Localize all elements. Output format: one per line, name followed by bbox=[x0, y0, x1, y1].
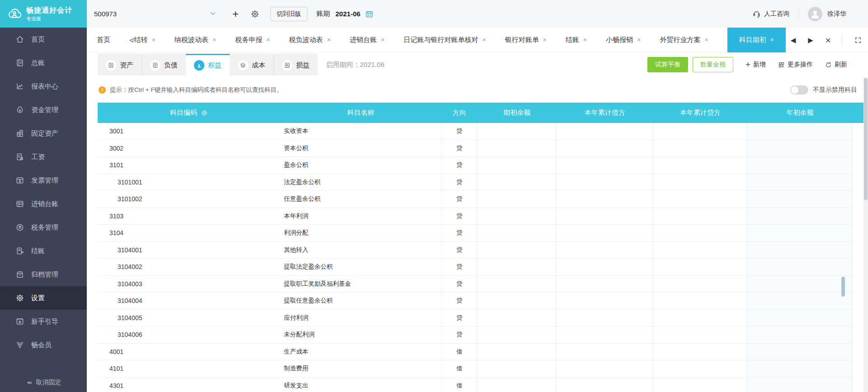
account-row-3001[interactable]: 3001实收资本贷 bbox=[98, 123, 853, 140]
cell-year-start-balance[interactable] bbox=[747, 310, 853, 326]
sidebar-item-设置[interactable]: 设置 bbox=[0, 286, 87, 310]
column-header-科目编码[interactable]: 科目编码 bbox=[98, 109, 280, 117]
cell-opening-balance[interactable] bbox=[477, 326, 557, 343]
cell-opening-balance[interactable] bbox=[477, 378, 557, 392]
cell-opening-balance[interactable] bbox=[477, 123, 557, 140]
cell-year-start-balance[interactable] bbox=[747, 174, 853, 191]
cell-year-start-balance[interactable] bbox=[747, 242, 853, 259]
cell-year-start-balance[interactable] bbox=[747, 326, 853, 343]
account-row-3104004[interactable]: 3104004提取任意盈余公积贷 bbox=[98, 293, 853, 310]
sidebar-item-新手引导[interactable]: 新手引导 bbox=[0, 310, 87, 333]
tab-税务申报[interactable]: 税务申报× bbox=[235, 36, 270, 44]
cell-ytd-credit[interactable] bbox=[653, 293, 747, 309]
cell-year-start-balance[interactable] bbox=[747, 378, 853, 392]
column-header-方向[interactable]: 方向 bbox=[441, 109, 477, 117]
tab-税负波动表[interactable]: 税负波动表× bbox=[289, 36, 330, 44]
cell-ytd-credit[interactable] bbox=[653, 208, 747, 225]
cell-year-start-balance[interactable] bbox=[747, 225, 853, 241]
subtab-负债[interactable]: 负债 bbox=[142, 54, 186, 76]
tab-close-icon[interactable]: × bbox=[381, 36, 385, 43]
page-scrollbar-track[interactable] bbox=[863, 77, 868, 392]
cell-year-start-balance[interactable] bbox=[747, 360, 853, 377]
tab-close-icon[interactable]: × bbox=[266, 36, 270, 43]
cell-ytd-debit[interactable] bbox=[557, 326, 653, 343]
account-row-4101[interactable]: 4101制造费用借 bbox=[98, 360, 853, 378]
account-row-3104[interactable]: 3104利润分配贷 bbox=[98, 225, 853, 242]
tab-科目期初[interactable]: 科目期初× bbox=[727, 28, 786, 52]
cell-opening-balance[interactable] bbox=[477, 225, 557, 241]
sidebar-item-资金管理[interactable]: 资金管理 bbox=[0, 98, 87, 122]
sidebar-item-进销台账[interactable]: 进销台账 bbox=[0, 192, 87, 216]
cell-ytd-debit[interactable] bbox=[557, 157, 653, 174]
trial-balance-button[interactable]: 试算平衡 bbox=[647, 57, 688, 72]
hide-disabled-accounts-toggle[interactable] bbox=[790, 85, 808, 94]
cell-ytd-debit[interactable] bbox=[557, 378, 653, 392]
tab-close-icon[interactable]: × bbox=[543, 36, 547, 43]
cell-opening-balance[interactable] bbox=[477, 310, 557, 326]
cell-ytd-debit[interactable] bbox=[557, 123, 653, 140]
cell-ytd-credit[interactable] bbox=[653, 259, 747, 275]
cell-ytd-credit[interactable] bbox=[653, 191, 747, 208]
cell-ytd-debit[interactable] bbox=[557, 344, 653, 360]
account-row-3104002[interactable]: 3104002提取法定盈余公积贷 bbox=[98, 259, 853, 276]
tab-首页[interactable]: 首页 bbox=[97, 36, 110, 44]
cell-ytd-debit[interactable] bbox=[557, 191, 653, 208]
account-row-3104006[interactable]: 3104006未分配利润贷 bbox=[98, 326, 853, 344]
cell-ytd-credit[interactable] bbox=[653, 326, 747, 343]
cell-opening-balance[interactable] bbox=[477, 140, 557, 157]
tab-close-icon[interactable]: × bbox=[583, 36, 587, 43]
cell-ytd-credit[interactable] bbox=[653, 225, 747, 241]
cell-opening-balance[interactable] bbox=[477, 191, 557, 208]
sidebar-item-结账[interactable]: 结账 bbox=[0, 239, 87, 263]
company-selector[interactable]: 500973 bbox=[94, 9, 217, 18]
cell-year-start-balance[interactable] bbox=[747, 157, 853, 174]
cell-opening-balance[interactable] bbox=[477, 360, 557, 377]
tab-日记账与银行对账单核对[interactable]: 日记账与银行对账单核对× bbox=[404, 36, 486, 44]
cell-year-start-balance[interactable] bbox=[747, 293, 853, 309]
tab-close-icon[interactable]: × bbox=[704, 36, 708, 43]
cell-ytd-credit[interactable] bbox=[653, 360, 747, 377]
cell-ytd-credit[interactable] bbox=[653, 378, 747, 392]
quantity-amount-button[interactable]: 数量金额 bbox=[693, 57, 733, 72]
tab-纳税波动表[interactable]: 纳税波动表× bbox=[175, 36, 216, 44]
subtab-资产[interactable]: 资产 bbox=[98, 54, 142, 76]
cell-year-start-balance[interactable] bbox=[747, 344, 853, 360]
subtab-权益[interactable]: 权益 bbox=[186, 54, 230, 76]
account-row-3104001[interactable]: 3104001其他转入贷 bbox=[98, 242, 853, 259]
tab-进销台账[interactable]: 进销台账× bbox=[350, 36, 385, 44]
support-link[interactable]: 人工咨询 bbox=[752, 9, 789, 18]
column-header-本年累计借方[interactable]: 本年累计借方 bbox=[557, 109, 653, 117]
sidebar-item-工资[interactable]: 工资 bbox=[0, 145, 87, 169]
tab-close-icon[interactable]: × bbox=[327, 36, 330, 43]
tab-结账[interactable]: 结账× bbox=[566, 36, 587, 44]
cell-ytd-debit[interactable] bbox=[557, 310, 653, 326]
tab-close-icon[interactable]: × bbox=[770, 36, 774, 43]
calendar-icon[interactable] bbox=[365, 9, 374, 19]
cell-opening-balance[interactable] bbox=[477, 259, 557, 275]
sidebar-item-报表中心[interactable]: 报表中心 bbox=[0, 75, 87, 98]
cell-opening-balance[interactable] bbox=[477, 157, 557, 174]
tab-close-icon[interactable]: × bbox=[152, 36, 156, 43]
cell-opening-balance[interactable] bbox=[477, 344, 557, 360]
cell-ytd-credit[interactable] bbox=[653, 157, 747, 174]
cell-opening-balance[interactable] bbox=[477, 174, 557, 191]
tab-close-icon[interactable]: × bbox=[212, 36, 216, 43]
tab-外贸行业方案[interactable]: 外贸行业方案× bbox=[660, 36, 708, 44]
column-header-期初余额[interactable]: 期初余额 bbox=[477, 109, 557, 117]
cell-opening-balance[interactable] bbox=[477, 208, 557, 225]
tab-结转[interactable]: ≮结转× bbox=[129, 36, 156, 44]
cell-opening-balance[interactable] bbox=[477, 276, 557, 293]
sidebar-item-固定资产[interactable]: 固定资产 bbox=[0, 122, 87, 145]
switch-to-old-version-button[interactable]: 切到旧版 bbox=[270, 7, 307, 21]
tab-小畅报销[interactable]: 小畅报销× bbox=[606, 36, 641, 44]
cell-opening-balance[interactable] bbox=[477, 242, 557, 259]
account-row-3101001[interactable]: 3101001法定盈余公积贷 bbox=[98, 174, 853, 191]
cell-ytd-debit[interactable] bbox=[557, 174, 653, 191]
page-scrollbar-thumb[interactable] bbox=[864, 78, 868, 200]
period-value[interactable]: 2021-06 bbox=[335, 10, 360, 18]
tab-close-icon[interactable]: × bbox=[637, 36, 641, 43]
cell-ytd-debit[interactable] bbox=[557, 140, 653, 157]
cell-opening-balance[interactable] bbox=[477, 293, 557, 309]
sidebar-item-发票管理[interactable]: 发票管理 bbox=[0, 169, 87, 192]
refresh-button[interactable]: 刷新 bbox=[825, 61, 847, 69]
